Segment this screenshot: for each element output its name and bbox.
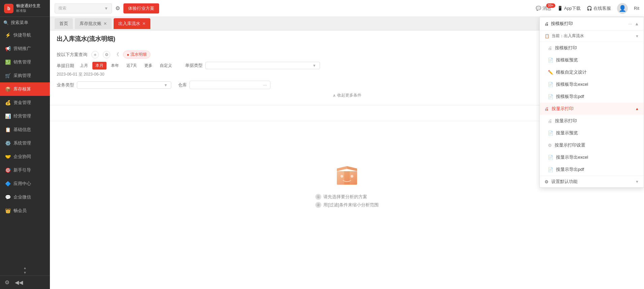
- filter-by-label: 按以下方案查询: [57, 52, 87, 58]
- biz-type-dropdown[interactable]: ▼: [77, 81, 171, 89]
- panel-item-display-print[interactable]: 🖨 按显示打印: [540, 115, 644, 127]
- panel-item-template-custom[interactable]: ✏️ 模板自定义设计: [540, 66, 644, 78]
- display-print-icon: 🖨: [548, 119, 552, 124]
- template-print-label: 按模板打印: [555, 45, 577, 51]
- filter-date-field: 单据日期 上月 本月 本年 近7天 更多 自定义 2023-06-01 至 20…: [57, 62, 175, 77]
- topbar-username[interactable]: Rit: [634, 6, 639, 11]
- filter-add-button[interactable]: +: [91, 51, 99, 58]
- app-download-icon: 📱: [557, 6, 563, 11]
- topbar-search-box[interactable]: 搜索 ▼: [55, 3, 112, 14]
- topbar-app-download-btn[interactable]: 📱 App下载: [557, 5, 581, 11]
- panel-footer-icon: ⚙: [545, 179, 549, 184]
- purchase-icon: 🛒: [5, 73, 11, 78]
- sidebar-item-operations[interactable]: 📊 经营管理: [0, 109, 50, 123]
- tab-inout-flow-close-icon[interactable]: ✕: [142, 21, 146, 26]
- sidebar-item-inventory[interactable]: 📦 库存核算: [0, 82, 50, 96]
- date-btn-this-year[interactable]: 本年: [108, 62, 122, 70]
- date-range-display: 2023-06-01 至 2023-06-30: [57, 72, 175, 77]
- tab-inout-flow[interactable]: 出入库流水 ✕: [114, 18, 150, 29]
- sidebar-item-basic[interactable]: 📋 基础信息: [0, 123, 50, 136]
- sidebar-item-app-center[interactable]: 🔷 应用中心: [0, 177, 50, 190]
- sidebar-item-guide[interactable]: 🎯 新手引导: [0, 163, 50, 177]
- panel-display-section-header[interactable]: 🖨 按显示打印 ▲: [540, 103, 644, 115]
- panel-ellipsis-icon[interactable]: ···: [628, 21, 632, 26]
- template-export-pdf-icon: 📄: [548, 94, 553, 99]
- scroll-down-btn[interactable]: ▼: [23, 270, 27, 275]
- panel-item-template-export-pdf[interactable]: 📄 按模板导出pdf: [540, 90, 644, 103]
- filter-settings-button[interactable]: ⚙: [103, 51, 110, 58]
- panel-item-template-print[interactable]: 🖨 按模板打印: [540, 42, 644, 54]
- sidebar-search[interactable]: 🔍 搜索菜单: [0, 17, 50, 28]
- panel-item-display-preview[interactable]: 📄 按显示预览: [540, 127, 644, 139]
- warehouse-dropdown[interactable]: ···: [189, 81, 270, 89]
- template-preview-icon: 📄: [548, 58, 553, 63]
- quick-nav-label: 快捷导航: [13, 32, 31, 38]
- tab-batch-account-close-icon[interactable]: ✕: [104, 21, 107, 26]
- logo-name: 畅捷通好生意: [16, 3, 40, 9]
- guide-icon: 🎯: [5, 167, 11, 173]
- tip-num-2: ②: [315, 202, 321, 208]
- display-section-icon: 🖨: [545, 106, 549, 111]
- industry-solution-button[interactable]: 体验行业方案: [123, 3, 159, 14]
- avatar-placeholder: 👤: [619, 5, 626, 12]
- topbar: 搜索 ▼ ⚙ 体验行业方案 💬 消息 99+ 📱 App下载 🎧 在线客服 👤 …: [50, 0, 644, 17]
- panel-item-template-export-excel[interactable]: 📄 按模板导出excel: [540, 78, 644, 90]
- display-preview-icon: 📄: [548, 131, 553, 136]
- date-btn-custom[interactable]: 自定义: [157, 62, 175, 70]
- panel-title: 按模板打印: [551, 21, 573, 27]
- sidebar-item-wechat[interactable]: 💬 企业微信: [0, 190, 50, 204]
- sidebar-item-enterprise[interactable]: 🤝 企业协同: [0, 150, 50, 163]
- svg-marker-1: [337, 166, 347, 171]
- collapse-sidebar-icon[interactable]: ◀◀: [15, 279, 23, 286]
- doc-type-dropdown[interactable]: ▼: [205, 62, 320, 69]
- tab-home[interactable]: 首页: [55, 18, 73, 29]
- display-preview-label: 按显示预览: [556, 130, 578, 136]
- sidebar-scroll-area: ▲ ▼: [0, 265, 50, 275]
- topbar-gear-icon[interactable]: ⚙: [115, 5, 120, 11]
- guide-label: 新手引导: [13, 167, 31, 173]
- biz-type-label: 业务类型: [57, 82, 74, 88]
- collapse-chevron-icon: ∧: [333, 93, 336, 98]
- quick-nav-icon: ⚡: [5, 32, 11, 38]
- sidebar-item-quick-nav[interactable]: ⚡ 快捷导航: [0, 28, 50, 42]
- sidebar-item-system[interactable]: ⚙️ 系统管理: [0, 136, 50, 150]
- sidebar-item-purchase[interactable]: 🛒 采购管理: [0, 69, 50, 82]
- panel-item-display-export-pdf[interactable]: 📄 按显示导出pdf: [540, 163, 644, 176]
- panel-collapse-icon[interactable]: ▲: [635, 21, 639, 26]
- svg-point-5: [351, 175, 353, 178]
- sidebar-item-sales[interactable]: 💹 销售管理: [0, 55, 50, 69]
- date-btn-more[interactable]: 更多: [141, 62, 155, 70]
- panel-item-template-preview[interactable]: 📄 按模板预览: [540, 54, 644, 66]
- scroll-up-btn[interactable]: ▲: [23, 265, 27, 270]
- date-btn-7days[interactable]: 近7天: [123, 62, 140, 70]
- basic-label: 基础信息: [13, 127, 31, 133]
- finance-icon: 💰: [5, 100, 11, 105]
- logo-icon: b: [4, 4, 13, 13]
- sales-icon: 💹: [5, 59, 11, 65]
- topbar-avatar[interactable]: 👤: [617, 3, 628, 14]
- empty-tips: ① 请先选择要分析的方案 ② 用[过滤]条件来缩小分析范围: [315, 194, 378, 208]
- topbar-service-btn[interactable]: 🎧 在线客服: [587, 5, 611, 11]
- main-area: 搜索 ▼ ⚙ 体验行业方案 💬 消息 99+ 📱 App下载 🎧 在线客服 👤 …: [50, 0, 644, 289]
- topbar-message-btn[interactable]: 💬 消息 99+: [536, 5, 551, 11]
- sidebar-item-finance[interactable]: 💰 资金管理: [0, 96, 50, 109]
- sales-label: 销售管理: [13, 59, 31, 65]
- operations-label: 经营管理: [13, 113, 31, 119]
- filter-tag-liushui[interactable]: ● 流水明细: [123, 51, 150, 58]
- date-btn-last-month[interactable]: 上月: [77, 62, 91, 70]
- display-export-pdf-icon: 📄: [548, 167, 553, 172]
- settings-icon[interactable]: ⚙: [5, 279, 9, 286]
- sidebar-item-marketing[interactable]: 📢 营销推广: [0, 42, 50, 55]
- panel-footer-defaults[interactable]: ⚙ 设置默认功能 ▼: [540, 176, 644, 187]
- panel-item-display-settings[interactable]: ⚙ 按显示打印设置: [540, 139, 644, 151]
- warehouse-field: 仓库 ···: [178, 81, 270, 89]
- template-export-excel-label: 按模板导出excel: [556, 81, 588, 87]
- date-btn-this-month[interactable]: 本月: [92, 62, 107, 70]
- tab-inout-flow-label: 出入库流水: [118, 21, 140, 27]
- doc-type-label: 单据类型: [185, 62, 203, 69]
- filter-collapse-button[interactable]: 《: [114, 52, 119, 58]
- tab-batch-account[interactable]: 库存批次账 ✕: [75, 18, 112, 29]
- finance-label: 资金管理: [13, 100, 31, 106]
- panel-item-display-export-excel[interactable]: 📄 按显示导出excel: [540, 151, 644, 163]
- sidebar-item-members[interactable]: 👑 畅会员: [0, 204, 50, 217]
